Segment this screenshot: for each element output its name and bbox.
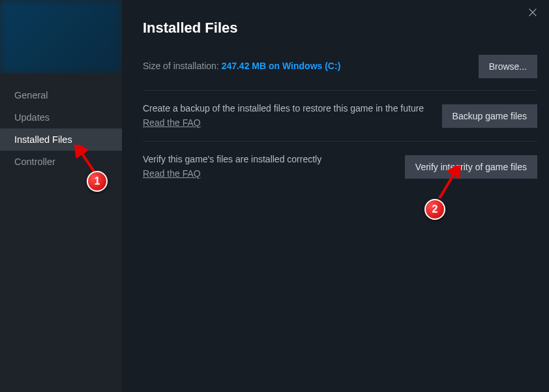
browse-button[interactable]: Browse...	[479, 55, 537, 78]
close-icon	[527, 7, 539, 18]
sidebar-item-controller[interactable]: Controller	[0, 151, 122, 173]
verify-text-block: Verify this game's files are installed c…	[143, 153, 405, 180]
install-size-value[interactable]: 247.42 MB on Windows (C:)	[222, 61, 341, 71]
sidebar-item-installed-files[interactable]: Installed Files	[0, 128, 122, 151]
sidebar-item-label: Installed Files	[14, 134, 72, 145]
backup-row: Create a backup of the installed files t…	[143, 102, 537, 142]
verify-faq-link[interactable]: Read the FAQ	[143, 168, 201, 181]
page-title: Installed Files	[143, 20, 537, 37]
sidebar-item-label: General	[14, 90, 48, 100]
sidebar-game-banner	[0, 0, 122, 74]
sidebar-item-label: Updates	[14, 112, 50, 123]
verify-description: Verify this game's files are installed c…	[143, 153, 392, 166]
sidebar-nav: General Updates Installed Files Controll…	[0, 74, 122, 173]
install-size-row: Size of installation: 247.42 MB on Windo…	[143, 55, 537, 91]
backup-description: Create a backup of the installed files t…	[143, 102, 429, 115]
sidebar-item-label: Controller	[14, 157, 55, 167]
sidebar-item-general[interactable]: General	[0, 84, 122, 106]
backup-faq-link[interactable]: Read the FAQ	[143, 117, 201, 130]
main-panel: Installed Files Size of installation: 24…	[122, 0, 549, 392]
close-button[interactable]	[527, 7, 540, 20]
verify-row: Verify this game's files are installed c…	[143, 153, 537, 192]
backup-button[interactable]: Backup game files	[442, 104, 537, 128]
verify-button[interactable]: Verify integrity of game files	[405, 155, 537, 179]
install-size-label: Size of installation:	[143, 61, 222, 71]
sidebar: General Updates Installed Files Controll…	[0, 0, 122, 392]
install-size-text: Size of installation: 247.42 MB on Windo…	[143, 60, 479, 73]
sidebar-item-updates[interactable]: Updates	[0, 106, 122, 128]
backup-text-block: Create a backup of the installed files t…	[143, 102, 442, 129]
